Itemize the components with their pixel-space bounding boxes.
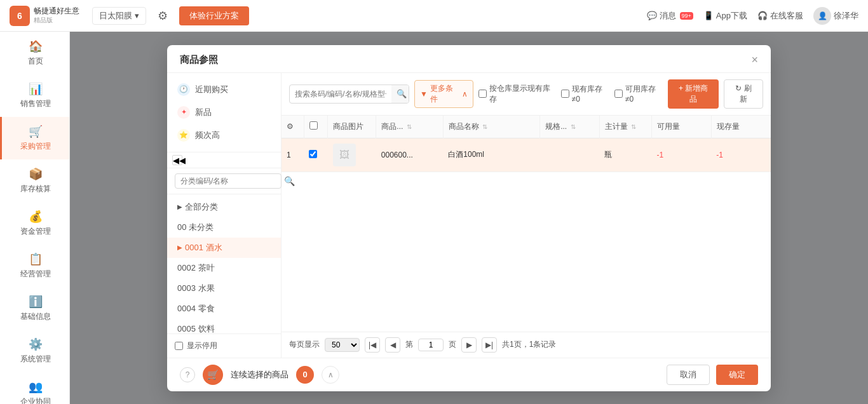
logo-text: 畅捷通好生意 — [34, 6, 79, 17]
user-menu[interactable]: 👤 徐泽华 — [813, 7, 858, 25]
arrow-active-icon: ▶ — [177, 244, 182, 251]
finance-icon: 💰 — [29, 210, 43, 224]
sidebar-label-purchase: 采购管理 — [20, 141, 51, 152]
modal-left-panel: 🕐 近期购买 ✦ 新品 ⭐ 频次高 — [167, 73, 281, 358]
main-layout: 🏠 首页 📊 销售管理 🛒 采购管理 📦 库存核算 💰 资金管理 📋 经营管理 … — [0, 32, 868, 404]
sidebar-item-enterprise[interactable]: 👥 企业协同 — [0, 372, 69, 404]
toolbar-right: + 新增商品 ↻ 刷新 — [668, 79, 763, 109]
avail-ne0-checkbox[interactable]: 可用库存≠0 — [614, 84, 663, 104]
new-icon: ✦ — [177, 106, 190, 119]
arrow-icon: ▶ — [177, 203, 182, 210]
sales-icon: 📊 — [29, 82, 43, 96]
sidebar-item-finance[interactable]: 💰 资金管理 — [0, 202, 69, 245]
product-search-box: 🔍 — [289, 84, 409, 104]
page-size-select[interactable]: 50 10 20 100 — [325, 338, 360, 352]
inventory-icon: 📦 — [29, 167, 43, 181]
quick-tab-freq[interactable]: ⭐ 频次高 — [167, 124, 281, 147]
table-header-row: ⚙ 商品图片 商品... — [281, 116, 771, 138]
freq-icon: ⭐ — [177, 129, 190, 142]
add-product-button[interactable]: + 新增商品 — [668, 79, 719, 109]
show-disabled-label: 显示停用 — [187, 340, 217, 351]
continuous-count: 0 — [296, 366, 314, 384]
sidebar: 🏠 首页 📊 销售管理 🛒 采购管理 📦 库存核算 💰 资金管理 📋 经营管理 … — [0, 32, 70, 404]
next-page-button[interactable]: ▶ — [461, 337, 477, 353]
show-disabled-checkbox[interactable] — [175, 342, 183, 350]
col-code[interactable]: 商品... ⇅ — [376, 116, 443, 138]
sidebar-item-basic-info[interactable]: ℹ️ 基础信息 — [0, 287, 69, 330]
last-page-button[interactable]: ▶| — [482, 337, 497, 353]
sidebar-item-inventory[interactable]: 📦 库存核算 — [0, 159, 69, 202]
cell-num: 1 — [281, 138, 304, 172]
settings-icon[interactable]: ⚙ — [153, 6, 173, 26]
show-disabled-row: 显示停用 — [167, 333, 281, 358]
trial-button[interactable]: 体验行业方案 — [179, 6, 249, 25]
sidebar-label-sales: 销售管理 — [20, 98, 51, 109]
select-all-checkbox[interactable] — [309, 121, 318, 130]
purchase-icon: 🛒 — [29, 125, 43, 138]
online-service-label: 在线客服 — [770, 10, 803, 22]
col-spec[interactable]: 规格... ⇅ — [540, 116, 600, 138]
sort-unit-icon: ⇅ — [631, 123, 636, 130]
product-search-input[interactable] — [290, 90, 391, 98]
collapse-footer-button[interactable]: ∧ — [322, 366, 339, 384]
cell-unit: 瓶 — [599, 138, 651, 172]
more-filter-button[interactable]: ▼ 更多条件 ∧ — [414, 80, 473, 108]
basic-info-icon: ℹ️ — [29, 295, 43, 309]
product-table: ⚙ 商品图片 商品... — [281, 116, 771, 172]
first-page-button[interactable]: |◀ — [365, 337, 380, 353]
modal-body: 🕐 近期购买 ✦ 新品 ⭐ 频次高 — [167, 73, 771, 358]
modal-close-button[interactable]: × — [751, 54, 758, 65]
content-area: 商品参照 × 🕐 近期购买 ✦ — [70, 32, 868, 404]
store-selector[interactable]: 日太阳膜 ▾ — [92, 7, 146, 25]
category-tea[interactable]: 0002 茶叶 — [167, 258, 281, 278]
cancel-button[interactable]: 取消 — [667, 365, 710, 385]
total-info: 共1页，1条记录 — [502, 339, 556, 350]
sidebar-item-operations[interactable]: 📋 经营管理 — [0, 245, 69, 287]
message-btn[interactable]: 💬 消息 99+ — [647, 10, 693, 22]
help-icon[interactable]: ? — [180, 367, 195, 382]
category-snack[interactable]: 0004 零食 — [167, 299, 281, 319]
store-name: 日太阳膜 — [99, 10, 132, 22]
category-search-input[interactable] — [175, 173, 281, 189]
table-row[interactable]: 1 🖼 000600... 白酒100ml — [281, 138, 771, 172]
continuous-label: 连续选择的商品 — [231, 369, 288, 380]
sidebar-item-purchase[interactable]: 🛒 采购管理 — [0, 117, 69, 159]
category-fruit[interactable]: 0003 水果 — [167, 278, 281, 299]
sidebar-item-system[interactable]: ⚙️ 系统管理 — [0, 330, 69, 372]
product-search-icon[interactable]: 🔍 — [391, 85, 409, 103]
app-download-label: App下载 — [716, 10, 747, 22]
quick-tab-recent[interactable]: 🕐 近期购买 — [167, 78, 281, 101]
phone-icon: 📱 — [703, 11, 714, 20]
avatar: 👤 — [813, 7, 831, 25]
col-unit[interactable]: 主计量 ⇅ — [599, 116, 651, 138]
category-beverage[interactable]: 0005 饮料 — [167, 319, 281, 333]
prev-page-button[interactable]: ◀ — [385, 337, 400, 353]
category-list: ▶ 全部分类 00 未分类 ▶ 0001 酒水 0002 茶 — [167, 194, 281, 333]
headset-icon: 🎧 — [757, 11, 768, 20]
logo-icon: 6 — [10, 6, 30, 26]
quick-tab-recent-label: 近期购买 — [195, 84, 228, 95]
app-download-btn[interactable]: 📱 App下载 — [703, 10, 747, 22]
cart-icon[interactable]: 🛒 — [203, 365, 223, 385]
online-service-btn[interactable]: 🎧 在线客服 — [757, 10, 803, 22]
page-number-input[interactable] — [418, 339, 444, 351]
sidebar-item-home[interactable]: 🏠 首页 — [0, 32, 69, 74]
stock-ne0-checkbox[interactable]: 现有库存≠0 — [561, 84, 609, 104]
confirm-button[interactable]: 确定 — [716, 365, 758, 385]
category-uncategorized[interactable]: 00 未分类 — [167, 217, 281, 238]
refresh-button[interactable]: ↻ 刷新 — [724, 79, 763, 109]
collapse-toggle[interactable]: ◀◀ — [172, 155, 182, 165]
product-reference-modal: 商品参照 × 🕐 近期购买 ✦ — [167, 45, 771, 391]
sidebar-label-enterprise: 企业协同 — [20, 396, 51, 404]
page-size-label: 每页显示 — [289, 339, 320, 350]
warehouse-display-checkbox[interactable]: 按仓库显示现有库存 — [478, 83, 556, 105]
product-image: 🖼 — [333, 144, 356, 166]
page-suffix: 页 — [449, 339, 456, 350]
quick-tab-new[interactable]: ✦ 新品 — [167, 101, 281, 124]
cell-check[interactable] — [304, 138, 328, 172]
category-search-area: 🔍 — [167, 168, 281, 194]
sidebar-item-sales[interactable]: 📊 销售管理 — [0, 74, 69, 117]
col-name[interactable]: 商品名称 ⇅ — [443, 116, 539, 138]
category-liquor[interactable]: ▶ 0001 酒水 — [167, 238, 281, 258]
category-all[interactable]: ▶ 全部分类 — [167, 197, 281, 217]
